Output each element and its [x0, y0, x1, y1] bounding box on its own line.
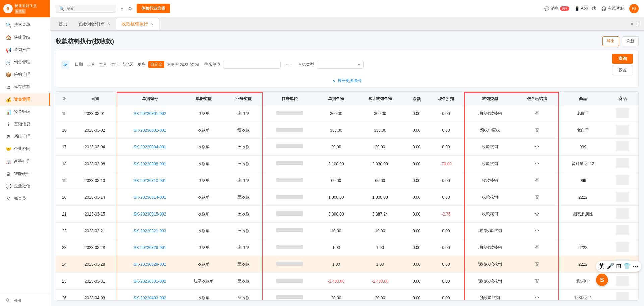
search-icon: 🔍 [5, 22, 11, 28]
cell-write-off-amount: 3,387.24 [355, 206, 405, 223]
sidebar-item-marketing[interactable]: 📢营销推广 [0, 44, 50, 56]
voucher-no-link[interactable]: SK-20230328-001 [133, 245, 166, 250]
cell-date: 2023-03-14 [73, 189, 117, 206]
voucher-no-link[interactable]: SK-20230315-002 [133, 212, 166, 217]
th-settings[interactable]: ⚙ [56, 92, 73, 105]
expand-more-row[interactable]: ∨ 展开更多条件 [61, 78, 633, 84]
cell-product: 老白干 [559, 105, 606, 122]
user-avatar[interactable]: Rit [629, 4, 639, 13]
collapse-icon[interactable]: ◀◀ [14, 297, 21, 303]
cell-include-settled: 否 [515, 290, 559, 301]
cell-write-off-amount: 2,030.00 [355, 156, 405, 172]
th-balance: 余额 [405, 92, 428, 105]
date-btn-this-month[interactable]: 本月 [98, 61, 108, 68]
voucher-no-link[interactable]: SK-20230308-001 [133, 162, 166, 166]
tab-write-off[interactable]: 收款核销执行 ✕ [116, 18, 159, 30]
topbar-gear-icon[interactable]: ⚙ [128, 6, 132, 11]
cell-counterparty [262, 139, 317, 156]
sidebar-item-shortcut[interactable]: 🏠快捷导航 [0, 31, 50, 44]
close-window-icon[interactable]: ✕ [630, 21, 634, 27]
date-options: 上月 本月 本年 近7天 更多 自定义 [86, 61, 164, 68]
sidebar-item-hardware[interactable]: 🖥智能硬件 [0, 168, 50, 180]
float-s-button[interactable]: S [596, 274, 608, 286]
cell-no: 26 [56, 290, 73, 301]
settings-footer-icon[interactable]: ⚙ [5, 297, 10, 303]
cell-balance: 0.00 [405, 273, 428, 290]
voucher-no-link[interactable]: SK-20230304-001 [133, 145, 166, 149]
cell-product: 123D商品 [559, 290, 606, 301]
query-button[interactable]: 查询 [612, 54, 633, 64]
tab-home[interactable]: 首页 [53, 18, 73, 30]
voucher-no-link[interactable]: SK-20230321-003 [133, 229, 166, 233]
voucher-no-link[interactable]: SK-20230302-002 [133, 128, 166, 133]
online-service-action[interactable]: 🎧 在线客服 [601, 6, 624, 11]
logo-icon: 6 [3, 4, 13, 13]
table-row: 16 2023-03-02 SK-20230302-002 收款单 预收款 33… [56, 122, 638, 139]
table-row: 22 2023-03-21 SK-20230321-003 收款单 应收款 10… [56, 223, 638, 239]
sidebar-item-finance[interactable]: 💰资金管理 [0, 93, 50, 106]
refresh-button[interactable]: 刷新 [622, 36, 639, 46]
counterparty-input[interactable] [223, 61, 281, 69]
voucher-type-select[interactable] [317, 61, 364, 69]
cell-include-settled: 否 [515, 273, 559, 290]
cell-biz-type: 应收款 [225, 206, 262, 223]
maximize-icon[interactable]: ⛶ [637, 21, 641, 27]
sidebar-item-operation[interactable]: 📊经营管理 [0, 106, 50, 118]
sidebar-item-sales[interactable]: 🛒销售管理 [0, 56, 50, 68]
service-icon: 🎧 [601, 6, 606, 11]
float-more-icon[interactable]: ⋯ [633, 262, 639, 270]
industry-solution-button[interactable]: 体验行业方案 [137, 4, 170, 13]
date-btn-custom[interactable]: 自定义 [148, 61, 164, 68]
th-biz-type: 业务类型 [225, 92, 262, 105]
filter-settings-button[interactable]: 设置 [612, 65, 633, 75]
voucher-no-link[interactable]: SK-20230328-002 [133, 262, 166, 267]
table-row: 15 2023-03-01 SK-20230301-002 收款单 应收款 36… [56, 105, 638, 122]
voucher-no-link[interactable]: SK-20230310-001 [133, 178, 166, 183]
search-icon: 🔍 [59, 6, 64, 11]
date-btn-this-year[interactable]: 本年 [110, 61, 120, 68]
float-mic-icon[interactable]: 🎤 [607, 262, 614, 270]
cell-date: 2023-03-21 [73, 223, 117, 239]
sidebar-item-collab[interactable]: 🤝企业协同 [0, 143, 50, 155]
float-bar: 英 🎤 ⊞ 👕 ⋯ S [596, 261, 641, 286]
app-download-action[interactable]: 📱 App下载 [575, 6, 596, 11]
message-action[interactable]: 💬 消息 99+ [544, 6, 569, 11]
sidebar-item-wechat[interactable]: 💬企业微信 [0, 180, 50, 192]
topbar-search-box[interactable]: 🔍 [56, 5, 116, 13]
voucher-no-link[interactable]: SK-20230314-001 [133, 195, 166, 200]
date-btn-last-month[interactable]: 上月 [86, 61, 96, 68]
float-english-icon[interactable]: 英 [599, 262, 605, 270]
tab-prepay-close[interactable]: ✕ [107, 22, 110, 26]
sidebar-item-inventory[interactable]: 🗂库存核算 [0, 81, 50, 93]
voucher-no-link[interactable]: SK-20230403-002 [133, 296, 166, 300]
sidebar-item-search[interactable]: 🔍搜索菜单 [0, 19, 50, 31]
col-settings-icon[interactable]: ⚙ [62, 96, 66, 101]
date-btn-7days[interactable]: 近7天 [122, 61, 135, 68]
cell-biz-type: 应收款 [225, 256, 262, 273]
cell-product2 [606, 105, 638, 122]
page-content: 收款核销执行(按收款) 导出 刷新 ≫ 日期 上月 本月 本年 近7天 更多 [50, 31, 644, 306]
search-dropdown-icon[interactable]: ▼ [120, 6, 124, 11]
sidebar-item-guide[interactable]: 📖新手引导 [0, 155, 50, 168]
th-product2: 商品 [606, 92, 638, 105]
sidebar-item-member[interactable]: V畅会员 [0, 192, 50, 205]
sidebar-item-basic[interactable]: ℹ基础信息 [0, 118, 50, 130]
filter-expand-button[interactable]: ≫ [61, 61, 69, 69]
sidebar-item-purchase[interactable]: 📦采购管理 [0, 68, 50, 81]
cell-include-settled: 否 [515, 156, 559, 172]
float-grid-icon[interactable]: ⊞ [616, 262, 621, 270]
search-input[interactable] [66, 6, 107, 11]
cell-counterparty [262, 206, 317, 223]
voucher-no-link[interactable]: SK-20230331-002 [133, 279, 166, 284]
float-shirt-icon[interactable]: 👕 [623, 262, 631, 270]
sidebar-item-system[interactable]: ⚙系统管理 [0, 130, 50, 143]
tab-prepay[interactable]: 预收冲应付单 ✕ [73, 18, 116, 30]
cell-voucher-type: 收款单 [182, 189, 225, 206]
cell-cash-discount: 0.00 [428, 172, 465, 189]
tab-write-off-close[interactable]: ✕ [150, 22, 153, 26]
cell-product: 2222 [559, 189, 606, 206]
cell-write-off-type: 现结收款核销 [465, 223, 515, 239]
voucher-no-link[interactable]: SK-20230301-002 [133, 111, 166, 116]
date-btn-more[interactable]: 更多 [136, 61, 147, 68]
export-button[interactable]: 导出 [602, 36, 619, 46]
